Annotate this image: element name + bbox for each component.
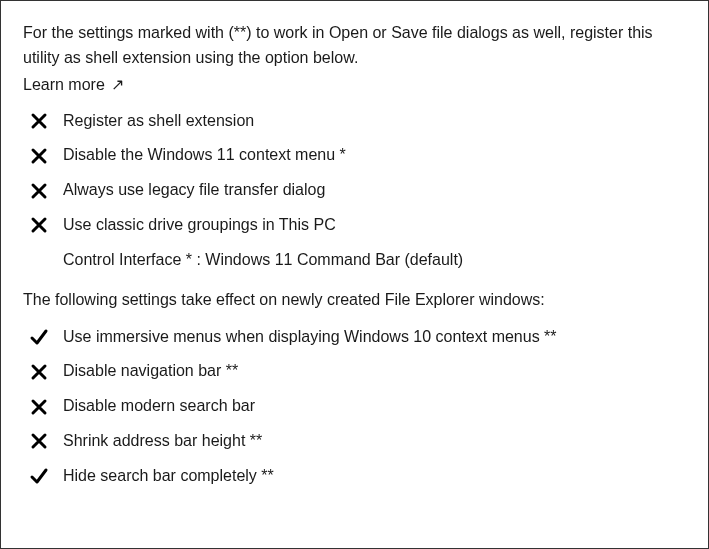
- option-label: Shrink address bar height **: [63, 431, 262, 452]
- option-legacy-file-transfer[interactable]: Always use legacy file transfer dialog: [23, 173, 686, 208]
- intro-text: For the settings marked with (**) to wor…: [23, 21, 686, 71]
- option-label: Disable the Windows 11 context menu *: [63, 145, 346, 166]
- cross-icon: [29, 432, 49, 450]
- option-disable-modern-search[interactable]: Disable modern search bar: [23, 389, 686, 424]
- option-disable-w11-context-menu[interactable]: Disable the Windows 11 context menu *: [23, 138, 686, 173]
- cross-icon: [29, 398, 49, 416]
- option-classic-drive-groupings[interactable]: Use classic drive groupings in This PC: [23, 208, 686, 243]
- option-label: Use immersive menus when displaying Wind…: [63, 327, 557, 348]
- cross-icon: [29, 363, 49, 381]
- option-hide-search-bar[interactable]: Hide search bar completely **: [23, 459, 686, 494]
- option-label: Use classic drive groupings in This PC: [63, 215, 336, 236]
- option-label: Disable navigation bar **: [63, 361, 238, 382]
- control-interface-row[interactable]: Control Interface * : Windows 11 Command…: [23, 243, 686, 278]
- check-icon: [29, 327, 49, 347]
- cross-icon: [29, 216, 49, 234]
- option-label: Register as shell extension: [63, 111, 254, 132]
- option-disable-navigation-bar[interactable]: Disable navigation bar **: [23, 354, 686, 389]
- cross-icon: [29, 112, 49, 130]
- cross-icon: [29, 182, 49, 200]
- learn-more-link[interactable]: Learn more ↗: [23, 75, 124, 94]
- cross-icon: [29, 147, 49, 165]
- external-link-icon: ↗: [111, 76, 124, 93]
- learn-more-text: Learn more: [23, 76, 105, 93]
- section-text: The following settings take effect on ne…: [23, 288, 686, 312]
- option-immersive-menus[interactable]: Use immersive menus when displaying Wind…: [23, 320, 686, 355]
- option-shrink-address-bar[interactable]: Shrink address bar height **: [23, 424, 686, 459]
- settings-panel: For the settings marked with (**) to wor…: [0, 0, 709, 549]
- option-label: Disable modern search bar: [63, 396, 255, 417]
- option-label: Always use legacy file transfer dialog: [63, 180, 325, 201]
- control-interface-value: Control Interface * : Windows 11 Command…: [63, 250, 463, 271]
- option-label: Hide search bar completely **: [63, 466, 274, 487]
- option-register-shell-extension[interactable]: Register as shell extension: [23, 104, 686, 139]
- check-icon: [29, 466, 49, 486]
